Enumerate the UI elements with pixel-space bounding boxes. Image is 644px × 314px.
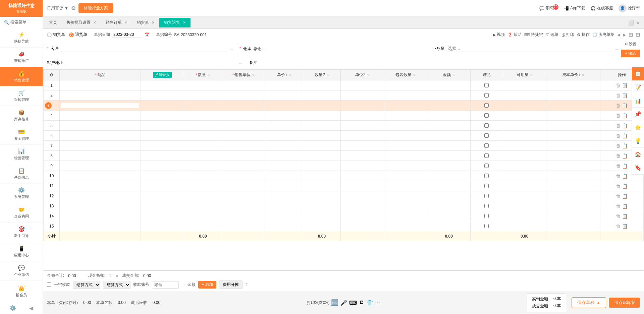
- qty-cell-15[interactable]: [184, 221, 222, 231]
- monitor-icon[interactable]: 🖥: [359, 300, 364, 306]
- delete-row-btn-3[interactable]: 🗑: [616, 103, 621, 108]
- price-cell-5[interactable]: [265, 121, 303, 131]
- sidebar-item-apps[interactable]: 📱 应用中心: [0, 242, 43, 261]
- fee-split-btn[interactable]: 费用分摊: [219, 280, 243, 289]
- barcode-cell-1[interactable]: [141, 80, 184, 90]
- product-cell-11[interactable]: [60, 181, 141, 191]
- qty-cell-11[interactable]: [184, 181, 222, 191]
- delete-row-btn-6[interactable]: 🗑: [616, 133, 621, 138]
- experience-button[interactable]: 体验行业方案: [78, 3, 113, 13]
- product-cell-9[interactable]: [60, 161, 141, 171]
- online-service-item[interactable]: 🎧 在线客服: [591, 5, 613, 11]
- costprice-cell-13[interactable]: [546, 201, 600, 211]
- gift-checkbox-10[interactable]: [484, 174, 489, 178]
- delete-row-btn-11[interactable]: 🗑: [616, 183, 621, 189]
- qty2-cell-12[interactable]: [303, 191, 341, 201]
- unit-cell-5[interactable]: [222, 121, 265, 131]
- barcode-cell-8[interactable]: [141, 151, 184, 161]
- gift-checkbox-2[interactable]: [484, 93, 489, 98]
- avail-cell-4[interactable]: [503, 111, 546, 121]
- unit-cell-14[interactable]: [222, 211, 265, 221]
- account-input[interactable]: [152, 281, 179, 289]
- amount-cell-9[interactable]: [427, 161, 471, 171]
- costprice-cell-14[interactable]: [546, 211, 600, 221]
- tab-sale-setting[interactable]: 售价提取设置 ✕: [62, 18, 101, 27]
- delete-row-btn-4[interactable]: 🗑: [616, 113, 621, 118]
- pkgqty-cell-11[interactable]: [384, 181, 427, 191]
- unit2-cell-2[interactable]: [341, 90, 384, 101]
- copy-row-btn-2[interactable]: 📋: [622, 93, 628, 98]
- gift-checkbox-5[interactable]: [484, 123, 489, 128]
- gift-checkbox-9[interactable]: [484, 164, 489, 168]
- avail-cell-15[interactable]: [503, 221, 546, 231]
- pkgqty-cell-3[interactable]: [384, 101, 427, 111]
- pkgqty-cell-12[interactable]: [384, 191, 427, 201]
- list-view-icon[interactable]: ⊞: [629, 32, 633, 38]
- question-icon[interactable]: ?: [109, 273, 112, 278]
- costprice-cell-12[interactable]: [546, 191, 600, 201]
- unit2-cell-3[interactable]: [341, 101, 384, 111]
- costprice-cell-7[interactable]: [546, 141, 600, 151]
- gift-checkbox-14[interactable]: [484, 214, 489, 218]
- right-icon-7[interactable]: 🏠: [632, 148, 644, 161]
- more-icon[interactable]: ⋯: [375, 300, 380, 306]
- price-cell-15[interactable]: [265, 221, 303, 231]
- amount-cell-15[interactable]: [427, 221, 471, 231]
- settings-btn[interactable]: ⚙ 设置: [621, 40, 640, 48]
- unit2-cell-8[interactable]: [341, 151, 384, 161]
- amount-cell-11[interactable]: [427, 181, 471, 191]
- close-tab-sale-setting[interactable]: ✕: [93, 20, 96, 25]
- avail-cell-2[interactable]: [503, 90, 546, 101]
- ellipsis-icon[interactable]: ...: [181, 282, 185, 287]
- barcode-cell-9[interactable]: [141, 161, 184, 171]
- warehouse-picker[interactable]: ...: [263, 46, 267, 51]
- unit2-cell-9[interactable]: [341, 161, 384, 171]
- staff-input[interactable]: [446, 45, 613, 52]
- pkgqty-cell-2[interactable]: [384, 90, 427, 101]
- price-cell-7[interactable]: [265, 141, 303, 151]
- amount-cell-14[interactable]: [427, 211, 471, 221]
- unit-cell-10[interactable]: [222, 171, 265, 181]
- gift-checkbox-15[interactable]: [484, 224, 489, 228]
- sidebar-item-shortcut[interactable]: ⚡ 快捷导航: [0, 28, 43, 48]
- qty-cell-10[interactable]: [184, 171, 222, 181]
- amount-cell-12[interactable]: [427, 191, 471, 201]
- amount-cell-3[interactable]: [427, 101, 471, 111]
- close-tab-sale-delivery[interactable]: ✕: [152, 20, 155, 25]
- person-icon[interactable]: 👕: [366, 300, 373, 306]
- costprice-cell-6[interactable]: [546, 131, 600, 141]
- save-draft-button[interactable]: 保存草稿 ▲: [572, 297, 606, 308]
- toolbar-shortcut[interactable]: ⌨ 快捷键: [524, 32, 543, 38]
- unit-cell-7[interactable]: [222, 141, 265, 151]
- qty2-cell-15[interactable]: [303, 221, 341, 231]
- nav-prev-icon[interactable]: ◀: [617, 33, 620, 37]
- window-close-icon[interactable]: ✕: [636, 20, 640, 25]
- unit-cell-1[interactable]: [222, 80, 265, 90]
- close-tab-sale-order[interactable]: ✕: [124, 20, 127, 25]
- product-cell-10[interactable]: [60, 171, 141, 181]
- add-payment-btn[interactable]: + 添加: [198, 281, 216, 289]
- product-cell-4[interactable]: [60, 111, 141, 121]
- avail-cell-10[interactable]: [503, 171, 546, 181]
- product-cell-1[interactable]: [60, 80, 141, 90]
- copy-row-btn-14[interactable]: 📋: [622, 213, 628, 219]
- sidebar-item-wechat[interactable]: 💬 企业微信: [0, 261, 43, 281]
- pkgqty-cell-6[interactable]: [384, 131, 427, 141]
- gift-checkbox-1[interactable]: [484, 83, 489, 87]
- price-cell-1[interactable]: [265, 80, 303, 90]
- barcode-cell-12[interactable]: [141, 191, 184, 201]
- price-cell-3[interactable]: [265, 101, 303, 111]
- right-icon-1[interactable]: 📋: [632, 67, 644, 81]
- gift-checkbox-13[interactable]: [484, 204, 489, 208]
- sidebar-item-sales[interactable]: 💰 销售管理: [0, 67, 43, 86]
- delete-row-btn-7[interactable]: 🗑: [616, 143, 621, 148]
- right-icon-3[interactable]: 📊: [632, 94, 644, 108]
- barcode-cell-6[interactable]: [141, 131, 184, 141]
- delete-row-btn-9[interactable]: 🗑: [616, 163, 621, 169]
- settle-method-select[interactable]: 结算方式: [73, 281, 100, 289]
- price-cell-13[interactable]: [265, 201, 303, 211]
- unit2-cell-10[interactable]: [341, 171, 384, 181]
- toolbar-video[interactable]: ▶ 视频: [493, 32, 505, 38]
- toolbar-select[interactable]: ☑ 选单: [546, 32, 558, 38]
- gift-checkbox-4[interactable]: [484, 113, 489, 118]
